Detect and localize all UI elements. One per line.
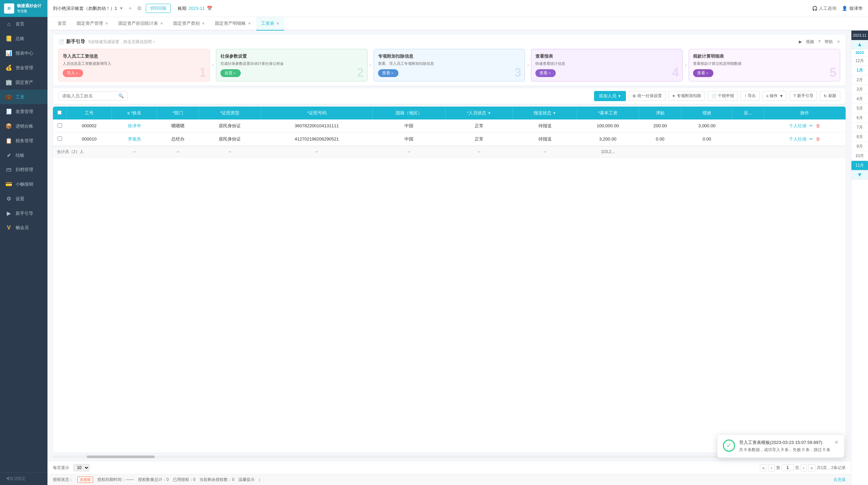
date-next-button[interactable]: ▼: [851, 170, 868, 180]
tab-close-icon[interactable]: ✕: [276, 21, 279, 26]
period-value[interactable]: 2023-11: [189, 6, 205, 11]
date-month-1[interactable]: 1月: [851, 66, 868, 75]
expense-icon: 💳: [5, 181, 12, 187]
tab-fixed-asset[interactable]: 固定资产管理 ✕: [72, 17, 113, 31]
toast-close-button[interactable]: ✕: [834, 440, 839, 445]
select-all-checkbox[interactable]: [57, 110, 62, 115]
export-button[interactable]: ↑ 导出: [741, 91, 760, 101]
row-checkbox-cell[interactable]: [53, 119, 66, 133]
col-report-status[interactable]: 报送状态 ▼: [513, 107, 577, 119]
tab-fixed-category[interactable]: 固定资产类别 ✕: [169, 17, 210, 31]
date-month-12[interactable]: 12月: [851, 56, 868, 66]
employee-name-link[interactable]: 徐泽华: [128, 123, 141, 128]
date-month-2[interactable]: 2月: [851, 75, 868, 85]
date-month-9[interactable]: 9月: [851, 142, 868, 151]
prev-page-button[interactable]: ‹: [768, 464, 774, 471]
employee-name-link[interactable]: 李俊杰: [128, 136, 141, 142]
date-month-4[interactable]: 4月: [851, 94, 868, 104]
date-month-7[interactable]: 7月: [851, 123, 868, 132]
add-account-icon[interactable]: ＋: [127, 5, 133, 12]
next-page-button[interactable]: ›: [801, 464, 807, 471]
select-all-header[interactable]: [53, 107, 66, 119]
special-deduction-button[interactable]: ✦ 专项附加扣除: [668, 91, 705, 101]
social-insurance-button[interactable]: ⚙ 统一社保设置: [629, 91, 666, 101]
calendar-icon[interactable]: 📅: [207, 6, 212, 11]
search-icon[interactable]: 🔍: [118, 93, 124, 98]
tab-close-icon[interactable]: ✕: [202, 21, 205, 26]
date-prev-button[interactable]: ▲: [851, 40, 868, 49]
delete-icon[interactable]: 🗑: [816, 136, 820, 142]
action-label[interactable]: 个人社保: [789, 136, 807, 142]
account-selector[interactable]: 刘小艳演示账套（勿删勿动！）1 ▼: [53, 5, 123, 12]
edit-icon[interactable]: ✏: [809, 136, 813, 142]
switch-version-button[interactable]: 切到旧版: [146, 4, 171, 13]
sidebar-item-member[interactable]: V 畅会员: [0, 221, 47, 235]
user-profile[interactable]: 👤 徐泽华: [842, 5, 863, 12]
sidebar-item-finance[interactable]: 💰 资金管理: [0, 60, 47, 75]
sidebar-item-settings[interactable]: ⚙ 设置: [0, 191, 47, 206]
date-month-6[interactable]: 6月: [851, 113, 868, 123]
report-status-filter-icon[interactable]: ▼: [552, 111, 556, 115]
sidebar-item-reports[interactable]: 📊 报表中心: [0, 46, 47, 60]
sidebar-item-expense[interactable]: 💳 小畅报销: [0, 177, 47, 191]
sidebar-item-billing[interactable]: 🧾 发票管理: [0, 104, 47, 119]
row-checkbox-cell[interactable]: [53, 132, 66, 146]
date-month-11[interactable]: 11月: [851, 161, 868, 170]
unpin-sidebar[interactable]: ◀取消固定: [0, 472, 47, 485]
cell-name[interactable]: 徐泽华: [112, 119, 157, 133]
footer-total-salary: 103,2...: [577, 146, 639, 158]
wizard-help-label[interactable]: 帮助: [825, 39, 833, 45]
wizard-step-3-btn[interactable]: 查看＞: [378, 69, 398, 77]
settings-gear-icon[interactable]: ⚙: [137, 5, 142, 12]
operations-button[interactable]: ≡ 操作 ▼: [762, 91, 787, 101]
tab-salary[interactable]: 工资表 ✕: [256, 17, 284, 31]
col-status[interactable]: *人员状态 ▼: [445, 107, 513, 119]
add-employee-button[interactable]: 添加人员 ▼: [594, 91, 626, 101]
sidebar-item-archive[interactable]: 🗃 归档管理: [0, 163, 47, 177]
edit-icon[interactable]: ✏: [809, 123, 813, 128]
wizard-step-5-btn[interactable]: 查看＞: [693, 69, 713, 77]
sidebar-item-guide[interactable]: ▶ 新手引导: [0, 206, 47, 221]
sidebar-item-settlement[interactable]: ✔ 结账: [0, 148, 47, 163]
tab-close-icon[interactable]: ✕: [160, 21, 163, 26]
tab-fixed-detail[interactable]: 固定资产明细账 ✕: [210, 17, 256, 31]
row-checkbox[interactable]: [58, 123, 62, 128]
date-month-8[interactable]: 8月: [851, 132, 868, 142]
col-name[interactable]: ⇅ *姓名: [112, 107, 157, 119]
sidebar-item-home[interactable]: ⌂ 首页: [0, 17, 47, 31]
row-checkbox[interactable]: [58, 136, 62, 141]
wizard-step-4-btn[interactable]: 查看＞: [535, 69, 556, 77]
tab-home[interactable]: 首页: [53, 17, 71, 31]
sidebar-item-ledger[interactable]: 📒 总账: [0, 31, 47, 46]
search-input[interactable]: [62, 93, 116, 98]
delete-icon[interactable]: 🗑: [816, 123, 820, 128]
wizard-close-button[interactable]: ✕: [837, 39, 840, 44]
first-page-button[interactable]: «: [760, 464, 767, 471]
wizard-video-label[interactable]: 视频: [806, 39, 814, 45]
recharge-link[interactable]: 去充值: [833, 477, 846, 483]
page-size-select[interactable]: 10 20 50: [73, 464, 90, 471]
date-month-3[interactable]: 3月: [851, 85, 868, 94]
wizard-step-1-btn[interactable]: 导入＞: [63, 69, 83, 77]
help-icon: ?: [818, 39, 821, 44]
wizard-step-2-btn[interactable]: 设置＞: [220, 69, 241, 77]
tab-close-icon[interactable]: ✕: [248, 21, 251, 26]
sidebar-item-fixed-assets[interactable]: 🏢 固定资产: [0, 75, 47, 90]
sidebar-item-salary[interactable]: 💼 工资: [0, 90, 47, 104]
date-month-10[interactable]: 10月: [851, 151, 868, 161]
last-page-button[interactable]: »: [808, 464, 815, 471]
ai-consult-button[interactable]: 🎧 人工咨询: [812, 5, 836, 12]
tab-fixed-depreciation[interactable]: 固定资产折旧统计表 ✕: [114, 17, 168, 31]
tab-close-icon[interactable]: ✕: [105, 21, 108, 26]
sidebar-item-tax[interactable]: 📋 税务管理: [0, 133, 47, 148]
sidebar-item-inventory[interactable]: 📦 进销台账: [0, 119, 47, 133]
page-number-input[interactable]: [782, 464, 794, 471]
date-month-5[interactable]: 5月: [851, 104, 868, 113]
scrollbar-thumb[interactable]: [87, 455, 155, 458]
tax-report-button[interactable]: 📄 个税申报: [708, 91, 738, 101]
status-filter-icon[interactable]: ▼: [488, 111, 491, 115]
refresh-button[interactable]: ↻ 刷新: [820, 91, 840, 101]
guide-button[interactable]: ? 新手引导: [790, 91, 817, 101]
action-label[interactable]: 个人社保: [789, 123, 807, 128]
cell-name[interactable]: 李俊杰: [112, 132, 157, 146]
